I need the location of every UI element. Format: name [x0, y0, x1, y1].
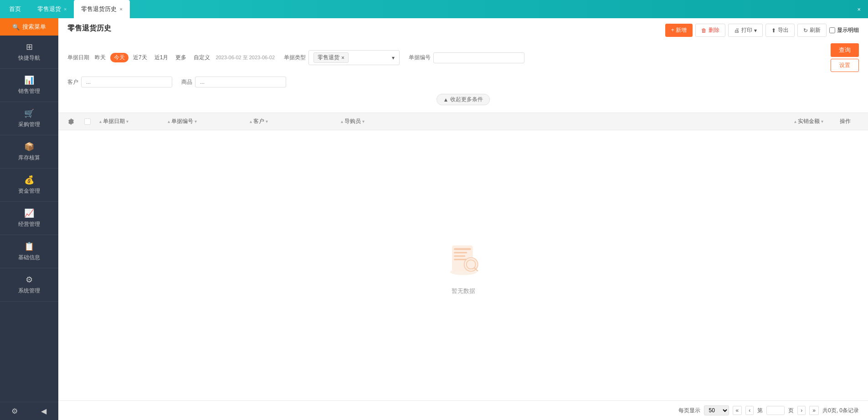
- sidebar-item-inventory-label: 库存核算: [18, 154, 40, 162]
- page-next-btn[interactable]: ›: [797, 406, 806, 415]
- sort-up-icon-2: ▴: [168, 119, 170, 124]
- sidebar-item-sales-label: 销售管理: [18, 87, 40, 95]
- date-btn-1month[interactable]: 近1月: [152, 53, 171, 62]
- purchase-icon: 🛒: [24, 108, 34, 118]
- delete-label: 删除: [709, 26, 719, 34]
- customer-filter-input[interactable]: [81, 77, 172, 87]
- filter-customer-item: 客户: [67, 77, 172, 87]
- tab-retail-return-history[interactable]: 零售退货历史 ×: [74, 0, 129, 18]
- collapse-icon: ▲: [443, 97, 449, 103]
- empty-text: 暂无数据: [452, 287, 475, 295]
- goods-filter-input[interactable]: [195, 77, 286, 87]
- col-guide-label: 导购员: [344, 118, 361, 125]
- col-checkbox[interactable]: [79, 118, 96, 125]
- col-no-header: ▴ 单据编号 ▾: [164, 118, 246, 125]
- page-last-btn[interactable]: »: [809, 406, 819, 415]
- col-guide-header: ▴ 导购员 ▾: [337, 118, 419, 125]
- sort-down-icon-3: ▾: [266, 119, 268, 124]
- sort-up-icon-3: ▴: [250, 119, 252, 124]
- display-detail-label[interactable]: 显示明细: [829, 26, 859, 34]
- display-detail-checkbox[interactable]: [829, 27, 835, 33]
- inventory-icon: 📦: [24, 142, 34, 152]
- sidebar-item-basic-info[interactable]: 📋 基础信息: [0, 235, 58, 268]
- no-filter-input[interactable]: [433, 52, 524, 63]
- sort-up-icon: ▴: [99, 119, 102, 124]
- svg-rect-5: [454, 255, 465, 256]
- sidebar: 🔍 搜索菜单 ⊞ 快捷导航 📊 销售管理 🛒 采购管理 📦 库存核算 💰 资金管…: [0, 18, 58, 420]
- sidebar-item-basic-info-label: 基础信息: [18, 254, 40, 261]
- new-button[interactable]: + 新增: [665, 24, 693, 37]
- page-label: 第: [757, 407, 763, 415]
- finance-icon: 💰: [24, 175, 34, 185]
- table-settings-icon[interactable]: [67, 118, 75, 125]
- tab-retail-return-close[interactable]: ×: [64, 6, 67, 12]
- sidebar-item-quick-nav-label: 快捷导航: [18, 54, 40, 62]
- col-settings[interactable]: [63, 118, 79, 125]
- query-actions: 查询 设置: [831, 43, 859, 72]
- sidebar-settings-btn[interactable]: ⚙: [0, 402, 29, 420]
- refresh-button[interactable]: ↻ 刷新: [797, 24, 827, 37]
- sidebar-item-system[interactable]: ⚙ 系统管理: [0, 268, 58, 302]
- sidebar-item-operations[interactable]: 📈 经营管理: [0, 202, 58, 235]
- sort-down-icon-5: ▾: [821, 119, 823, 124]
- pagination: 每页显示 50 10 20 100 « ‹ 第 1 页 › » 共0页, 0条记…: [58, 400, 868, 420]
- page-size-select[interactable]: 50 10 20 100: [704, 405, 729, 415]
- sidebar-item-purchase[interactable]: 🛒 采购管理: [0, 102, 58, 135]
- col-customer-header: ▴ 客户 ▾: [246, 118, 337, 125]
- type-filter-select[interactable]: 零售退货 × ▾: [308, 50, 400, 65]
- table-header: ▴ 单据日期 ▾ ▴ 单据编号 ▾ ▴ 客户 ▾ ▴ 导购员 ▾: [58, 113, 868, 130]
- print-chevron-icon: ▾: [754, 27, 757, 34]
- export-button[interactable]: ⬆ 导出: [765, 24, 795, 37]
- filter-goods-item: 商品: [181, 77, 286, 87]
- tab-retail-return-label: 零售退货: [37, 5, 61, 13]
- print-button[interactable]: 🖨 打印 ▾: [728, 24, 763, 37]
- page-prev-btn[interactable]: ‹: [745, 406, 754, 415]
- date-btn-7days[interactable]: 近7天: [130, 53, 150, 62]
- sort-up-icon-4: ▴: [341, 119, 343, 124]
- goods-filter-label: 商品: [181, 78, 192, 86]
- sidebar-item-inventory[interactable]: 📦 库存核算: [0, 135, 58, 169]
- sidebar-item-purchase-label: 采购管理: [18, 121, 40, 128]
- query-button[interactable]: 查询: [831, 43, 859, 57]
- page-size-label: 每页显示: [678, 407, 700, 415]
- delete-icon: 🗑: [701, 27, 707, 34]
- type-tag-close[interactable]: ×: [341, 55, 344, 61]
- date-btn-today[interactable]: 今天: [110, 53, 128, 62]
- collapse-btn[interactable]: ▲ 收起更多条件: [437, 94, 490, 105]
- toolbar: + 新增 🗑 删除 🖨 打印 ▾ ⬆ 导出 ↻: [665, 24, 859, 37]
- sidebar-item-quick-nav[interactable]: ⊞ 快捷导航: [0, 36, 58, 69]
- sort-down-icon-2: ▾: [195, 119, 197, 124]
- total-info: 共0页, 0条记录: [822, 407, 859, 415]
- sidebar-item-sales[interactable]: 📊 销售管理: [0, 69, 58, 102]
- sales-icon: 📊: [24, 75, 34, 85]
- page-first-btn[interactable]: «: [733, 406, 742, 415]
- page-input[interactable]: 1: [766, 406, 785, 415]
- tab-retail-return[interactable]: 零售退货 ×: [30, 0, 74, 18]
- sidebar-search[interactable]: 🔍 搜索菜单: [0, 18, 58, 36]
- date-btn-yesterday[interactable]: 昨天: [92, 53, 108, 62]
- date-btn-custom[interactable]: 自定义: [191, 53, 213, 62]
- svg-rect-4: [454, 252, 467, 253]
- export-icon: ⬆: [771, 27, 776, 34]
- setting-button[interactable]: 设置: [831, 59, 859, 72]
- tab-retail-return-history-close[interactable]: ×: [119, 6, 122, 12]
- date-btn-more[interactable]: 更多: [173, 53, 189, 62]
- sidebar-bottom: ⚙ ◀: [0, 402, 58, 420]
- delete-button[interactable]: 🗑 删除: [695, 24, 725, 37]
- sidebar-search-label: 搜索菜单: [22, 23, 46, 31]
- refresh-icon: ↻: [803, 27, 808, 34]
- date-range-display: 2023-06-02 至 2023-06-02: [216, 54, 275, 61]
- top-bar-close[interactable]: ×: [857, 6, 868, 13]
- col-action-header: 操作: [827, 118, 863, 125]
- system-icon: ⚙: [26, 275, 33, 285]
- search-icon: 🔍: [12, 24, 20, 31]
- tab-home[interactable]: 首页: [0, 0, 30, 18]
- sidebar-collapse-btn[interactable]: ◀: [29, 402, 58, 420]
- date-quick-btns: 昨天 今天 近7天 近1月 更多 自定义: [92, 53, 213, 62]
- col-amount-header: ▴ 实销金额 ▾: [419, 118, 827, 125]
- filter-date-item: 单据日期 昨天 今天 近7天 近1月 更多 自定义 2023-06-02 至 2…: [67, 53, 275, 62]
- table-area: ▴ 单据日期 ▾ ▴ 单据编号 ▾ ▴ 客户 ▾ ▴ 导购员 ▾: [58, 113, 868, 400]
- no-filter-label: 单据编号: [409, 54, 431, 61]
- header-checkbox[interactable]: [84, 118, 91, 125]
- sidebar-item-finance[interactable]: 💰 资金管理: [0, 169, 58, 202]
